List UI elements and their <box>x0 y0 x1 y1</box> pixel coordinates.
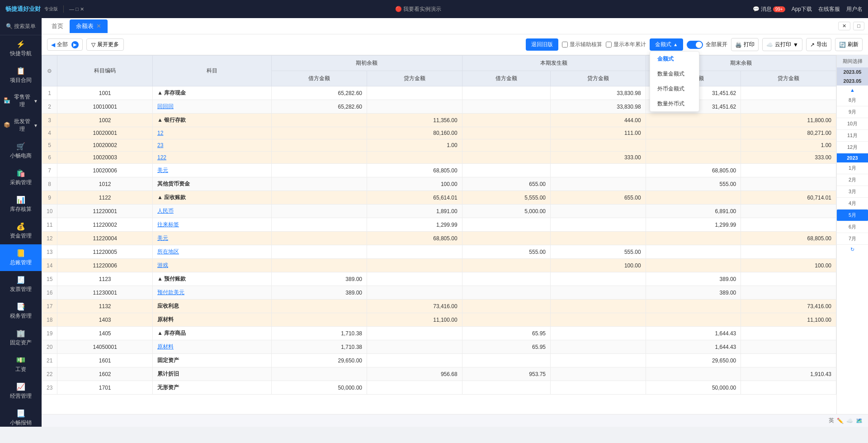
sidebar-item-ledger[interactable]: 📒 总账管理 <box>0 244 42 271</box>
tab-home[interactable]: 首页 <box>45 19 70 33</box>
sidebar-item-retail[interactable]: 🏪 零售管理 ▼ <box>0 89 42 113</box>
dropdown-item-qty-amount[interactable]: 数量金额式 <box>650 67 699 81</box>
op-debit <box>272 152 367 164</box>
row-number: 10 <box>42 205 57 218</box>
period-month-3[interactable]: 3月 <box>837 186 868 198</box>
account-name[interactable]: 人民币 <box>153 205 272 218</box>
export-btn[interactable]: ↗ 导出 <box>806 38 831 51</box>
account-name[interactable]: 所在地区 <box>153 245 272 259</box>
maximize-btn[interactable]: □ <box>853 22 864 30</box>
account-name[interactable]: 美元 <box>153 232 272 245</box>
edit-icon[interactable]: ✏️ <box>837 418 844 424</box>
top-bar-center[interactable]: 🔴 我要看实例演示 <box>395 5 441 13</box>
print-btn[interactable]: 🖨️ 打印 <box>731 38 759 51</box>
dropdown-item-amount[interactable]: 金额式 <box>650 52 699 67</box>
account-name[interactable]: 美元 <box>153 164 272 177</box>
period-month-12[interactable]: 12月 <box>837 142 868 153</box>
dropdown-item-foreign-amount[interactable]: 外币金额式 <box>650 81 699 96</box>
account-name[interactable]: ▲ 预付账款 <box>153 272 272 286</box>
sidebar-item-assets[interactable]: 🏢 固定资产 <box>0 324 42 351</box>
account-name[interactable]: ▲ 应收账款 <box>153 191 272 205</box>
sidebar-item-inventory[interactable]: 📊 库存核算 <box>0 191 42 218</box>
toggle-btn[interactable] <box>687 41 703 49</box>
account-name[interactable]: 游戏 <box>153 259 272 272</box>
demo-link[interactable]: 🔴 我要看实例演示 <box>395 5 441 13</box>
expand-more-btn[interactable]: ▽ 展开更多 <box>86 38 124 51</box>
period-month-1[interactable]: 1月 <box>837 162 868 174</box>
dropdown-item-qty-foreign[interactable]: 数量外币式 <box>650 96 699 111</box>
sidebar-item-wholesale[interactable]: 📦 批发管理 ▼ <box>0 113 42 138</box>
period-nav-down[interactable]: ↻ <box>837 245 868 254</box>
period-month-11[interactable]: 11月 <box>837 130 868 142</box>
sidebar-item-salary[interactable]: 💵 工资 <box>0 351 42 378</box>
show-assist-text: 显示辅助核算 <box>570 41 602 48</box>
sidebar-item-capital[interactable]: 💰 资金管理 <box>0 218 42 244</box>
sidebar-item-nav[interactable]: ⚡ 快捷导航 <box>0 35 42 62</box>
period-month-5[interactable]: 5月 <box>837 210 868 221</box>
pd-debit-th: 借方金额 <box>462 71 550 86</box>
return-old-btn[interactable]: 退回旧版 <box>526 38 558 51</box>
sidebar-search[interactable]: 🔍 搜索菜单 <box>0 18 42 35</box>
account-name[interactable]: ▲ 库存现金 <box>153 86 272 100</box>
settings-th[interactable]: ⚙ <box>42 56 57 86</box>
sidebar-item-invoice[interactable]: 🧾 发票管理 <box>0 271 42 298</box>
account-name[interactable]: 无形资产 <box>153 381 272 395</box>
period-month-6[interactable]: 6月 <box>837 221 868 233</box>
pd-debit <box>462 218 550 232</box>
refresh-btn[interactable]: 🔄 刷新 <box>835 38 863 51</box>
sidebar-item-purchase[interactable]: 🛍️ 采购管理 <box>0 164 42 191</box>
op-debit <box>272 114 367 127</box>
message-btn[interactable]: 💬 消息 99+ <box>753 5 785 13</box>
filter-arrow-btn[interactable]: ▶ <box>71 41 79 48</box>
user-info[interactable]: 用户名 <box>846 5 863 13</box>
lang-icon[interactable]: 英 <box>829 417 834 424</box>
account-name[interactable]: ▲ 银行存款 <box>153 114 272 127</box>
map-icon[interactable]: 🗺️ <box>856 418 863 424</box>
period-month-4[interactable]: 4月 <box>837 198 868 210</box>
online-service-btn[interactable]: 在线客服 <box>818 5 840 13</box>
minimize-btn[interactable]: ✕ <box>838 22 850 30</box>
amount-mode-btn[interactable]: 金额式 ▲ <box>650 38 683 51</box>
account-name[interactable]: 122 <box>153 152 272 164</box>
account-name[interactable]: 累计折旧 <box>153 367 272 381</box>
account-name[interactable]: 应收利息 <box>153 300 272 313</box>
ecommerce-icon: 🛒 <box>4 142 38 151</box>
cl-credit <box>741 286 836 300</box>
account-name[interactable]: 12 <box>153 127 272 139</box>
account-name[interactable]: 预付款美元 <box>153 286 272 300</box>
account-name[interactable]: 原材料 <box>153 340 272 354</box>
sidebar-item-reports[interactable]: 📃 小畅报销 <box>0 405 42 427</box>
period-month-9[interactable]: 9月 <box>837 106 868 118</box>
account-name[interactable]: 23 <box>153 139 272 152</box>
account-code: 11220006 <box>57 259 153 272</box>
sidebar-item-project[interactable]: 📋 项目合同 <box>0 62 42 89</box>
cloud-sync-icon[interactable]: ☁️ <box>846 418 853 424</box>
sidebar-item-operations[interactable]: 📈 经营管理 <box>0 378 42 405</box>
account-name[interactable]: 回回回 <box>153 100 272 114</box>
account-name[interactable]: ▲ 库存商品 <box>153 327 272 340</box>
tab-balance[interactable]: 余额表 ✕ <box>70 19 108 33</box>
retail-icon: 🏪 <box>4 97 10 104</box>
account-name[interactable]: 原材料 <box>153 313 272 327</box>
account-name[interactable]: 其他货币资金 <box>153 177 272 191</box>
period-month-7[interactable]: 7月 <box>837 233 868 245</box>
show-assist-checkbox[interactable] <box>562 42 568 48</box>
sidebar-item-ecommerce[interactable]: 🛒 小畅电商 <box>0 138 42 164</box>
sidebar-item-tax[interactable]: 📑 税务管理 <box>0 298 42 324</box>
table-row: 210010001回回回65,282.6033,830.9831,451.62 <box>42 100 836 114</box>
tab-close-btn[interactable]: ✕ <box>96 23 101 29</box>
table-settings-icon[interactable]: ⚙ <box>47 68 52 74</box>
show-ytd-checkbox[interactable] <box>606 42 612 48</box>
cl-credit <box>741 327 836 340</box>
account-name[interactable]: 固定资产 <box>153 354 272 367</box>
app-download-btn[interactable]: App下载 <box>792 5 812 13</box>
pd-credit <box>551 139 646 152</box>
period-month-8[interactable]: 8月 <box>837 95 868 106</box>
period-month-2[interactable]: 2月 <box>837 174 868 186</box>
pd-credit: 100.00 <box>551 259 646 272</box>
account-name[interactable]: 往来标签 <box>153 218 272 232</box>
pd-credit <box>551 205 646 218</box>
period-nav-up[interactable]: ▲ <box>837 86 868 95</box>
cloud-print-btn[interactable]: ☁️ 云打印 ▼ <box>762 38 802 51</box>
period-month-10[interactable]: 10月 <box>837 118 868 130</box>
